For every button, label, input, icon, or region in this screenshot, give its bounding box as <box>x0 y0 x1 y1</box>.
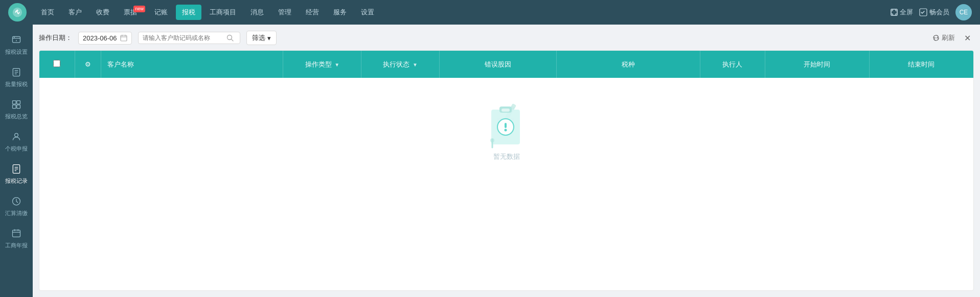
search-icon <box>226 34 234 41</box>
svg-point-40 <box>504 129 507 132</box>
nav-items: 首页 客户 收费 票据 new 记账 报税 工商项目 消息 管理 经营 服务 设… <box>35 5 891 20</box>
th-end-time: 结束时间 <box>869 51 973 78</box>
settlement-icon <box>10 195 22 207</box>
settings-icon: ⚙ <box>85 60 91 68</box>
search-input[interactable] <box>143 34 224 41</box>
op-type-filter-icon: ▼ <box>334 62 339 68</box>
person-icon <box>10 131 22 143</box>
svg-line-31 <box>231 39 233 41</box>
search-input-wrap[interactable] <box>138 32 240 44</box>
th-tax-type: 税种 <box>557 51 700 78</box>
svg-rect-22 <box>13 230 20 237</box>
nav-billing[interactable]: 收费 <box>90 5 116 20</box>
batch-icon <box>10 66 22 78</box>
chevron-down-icon: ▾ <box>267 34 271 42</box>
nav-operation[interactable]: 经营 <box>300 5 325 20</box>
fullscreen-button[interactable]: 全屏 <box>891 8 913 17</box>
nav-business[interactable]: 工商项目 <box>203 5 242 20</box>
empty-space <box>39 172 973 274</box>
th-error-reason: 错误股因 <box>440 51 557 78</box>
refresh-icon <box>932 34 940 41</box>
member-button[interactable]: 畅会员 <box>919 8 949 17</box>
toolbar: 操作日期： 2023-06-06 筛选 ▾ <box>39 31 974 45</box>
sidebar-item-tax-settings[interactable]: 报税设置 <box>0 29 33 61</box>
svg-rect-2 <box>891 9 897 15</box>
nav-home[interactable]: 首页 <box>35 5 60 20</box>
svg-point-16 <box>15 133 18 137</box>
nav-tax[interactable]: 报税 <box>176 5 201 20</box>
th-start-time: 开始时间 <box>765 51 869 78</box>
svg-rect-39 <box>505 123 507 128</box>
app-logo[interactable] <box>8 3 27 22</box>
svg-rect-4 <box>13 36 20 43</box>
exec-status-filter-icon: ▼ <box>413 62 418 68</box>
refresh-button[interactable]: 刷新 <box>932 33 955 43</box>
svg-rect-37 <box>502 109 510 112</box>
content-area: 操作日期： 2023-06-06 筛选 ▾ <box>33 25 980 297</box>
nav-customer[interactable]: 客户 <box>62 5 88 20</box>
th-customer-name: 客户名称 <box>101 51 283 78</box>
sidebar-item-tax-records[interactable]: 报税记录 <box>0 158 33 190</box>
th-settings[interactable]: ⚙ <box>75 51 101 78</box>
date-input[interactable]: 2023-06-06 <box>78 32 132 45</box>
sidebar-item-annual-report[interactable]: 工商年报 <box>0 222 33 254</box>
overview-icon <box>10 98 22 111</box>
records-icon <box>10 163 22 175</box>
nav-settings[interactable]: 设置 <box>355 5 380 20</box>
sidebar-item-settlement[interactable]: 汇算清缴 <box>0 190 33 222</box>
th-exec-status[interactable]: 执行状态 ▼ <box>361 51 440 78</box>
nav-right: 全屏 畅会员 CE <box>891 4 972 20</box>
sidebar-item-batch-tax[interactable]: 批量报税 <box>0 61 33 93</box>
th-checkbox <box>39 51 75 78</box>
table-body: 暂无数据 <box>39 78 973 172</box>
filter-button[interactable]: 筛选 ▾ <box>246 31 277 45</box>
th-op-type[interactable]: 操作类型 ▼ <box>283 51 361 78</box>
svg-point-42 <box>490 138 494 142</box>
nav-accounts[interactable]: 记账 <box>148 5 174 20</box>
svg-rect-14 <box>13 105 16 109</box>
annual-icon <box>10 227 22 240</box>
empty-text: 暂无数据 <box>493 152 520 161</box>
th-executor: 执行人 <box>700 51 765 78</box>
nav-management[interactable]: 管理 <box>272 5 298 20</box>
empty-state-row: 暂无数据 <box>39 78 973 172</box>
svg-rect-15 <box>17 105 20 109</box>
svg-rect-12 <box>13 101 16 104</box>
table-container: ⚙ 客户名称 操作类型 ▼ 执行状态 ▼ 错误股因 税种 执行 <box>39 50 974 291</box>
gear-icon <box>10 34 22 46</box>
sidebar-item-tax-overview[interactable]: 报税总览 <box>0 93 33 125</box>
top-navigation: 首页 客户 收费 票据 new 记账 报税 工商项目 消息 管理 经营 服务 设… <box>0 0 980 25</box>
main-layout: 报税设置 批量报税 <box>0 25 980 297</box>
nav-message[interactable]: 消息 <box>244 5 270 20</box>
svg-rect-13 <box>17 101 20 104</box>
new-badge: new <box>133 6 145 12</box>
nav-invoice[interactable]: 票据 new <box>118 5 146 20</box>
table-header-row: ⚙ 客户名称 操作类型 ▼ 执行状态 ▼ 错误股因 税种 执行 <box>39 51 973 78</box>
svg-point-1 <box>16 10 18 12</box>
empty-state: 暂无数据 <box>39 78 973 172</box>
sidebar-item-personal-tax[interactable]: 个税申报 <box>0 125 33 158</box>
sidebar: 报税设置 批量报税 <box>0 25 33 297</box>
close-button[interactable]: ✕ <box>961 32 974 44</box>
nav-service[interactable]: 服务 <box>327 5 353 20</box>
date-label: 操作日期： <box>39 33 72 43</box>
data-table: ⚙ 客户名称 操作类型 ▼ 执行状态 ▼ 错误股因 税种 执行 <box>39 51 973 172</box>
calendar-icon <box>120 34 127 41</box>
user-avatar[interactable]: CE <box>955 4 972 20</box>
svg-rect-26 <box>121 35 127 41</box>
empty-illustration <box>481 98 532 152</box>
select-all-checkbox[interactable] <box>53 60 60 67</box>
